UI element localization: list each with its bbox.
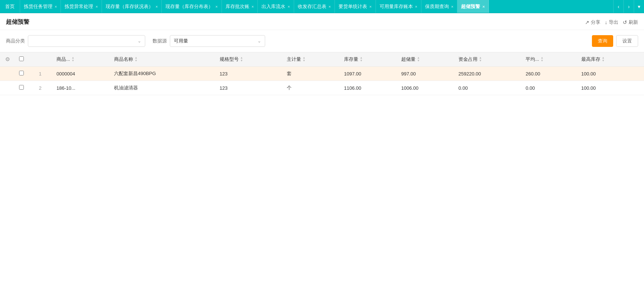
tab-pick-task[interactable]: 拣货任务管理 ×	[20, 0, 61, 13]
col-header-unit[interactable]: 主计量 ▲▼	[282, 52, 340, 67]
top-nav: 首页 拣货任务管理 × 拣货异常处理 × 现存量（库存状况表） × 现存量（库存…	[0, 0, 644, 13]
sort-icon-avg: ▲▼	[541, 56, 544, 62]
query-button[interactable]: 查询	[592, 35, 613, 47]
datasource-select-value: 可用量	[174, 38, 188, 44]
sort-icon-unit: ▲▼	[303, 56, 305, 62]
row-unit: 个	[282, 81, 340, 95]
col-header-capital[interactable]: 资金占用 ▲▼	[454, 52, 521, 67]
datasource-select[interactable]: 可用量 ⌄	[170, 35, 265, 47]
nav-arrow-right[interactable]: ›	[623, 0, 634, 13]
row-checkbox-cell[interactable]	[15, 67, 28, 81]
col-gear: ⚙	[0, 52, 15, 67]
category-select-arrow: ⌄	[138, 38, 141, 44]
tab-close-pick-exception[interactable]: ×	[95, 4, 98, 9]
tab-close-receive-summary[interactable]: ×	[329, 4, 331, 9]
export-icon: ↓	[605, 19, 607, 25]
row-capital: 0.00	[454, 81, 521, 95]
tab-close-inout-flow[interactable]: ×	[288, 4, 290, 9]
page-content: 超储预警 ↗ 分享 ↓ 导出 ↺ 刷新 商品分类 ⌄ 数据源	[0, 13, 644, 293]
sort-icon-code: ▲▼	[72, 56, 74, 62]
row-index: 2	[28, 81, 52, 95]
col-header-spec[interactable]: 规格型号 ▲▼	[215, 52, 282, 67]
nav-arrow-more[interactable]: ▾	[634, 0, 644, 13]
gear-icon[interactable]: ⚙	[5, 56, 10, 62]
sort-icon-stock: ▲▼	[360, 56, 363, 62]
tab-close-order-stats[interactable]: ×	[369, 4, 372, 9]
tab-available-account[interactable]: 可用量库存账本 ×	[376, 0, 421, 13]
share-icon: ↗	[585, 19, 589, 25]
col-header-avg[interactable]: 平均... ▲▼	[521, 52, 577, 67]
tab-order-stats[interactable]: 要货单统计表 ×	[335, 0, 376, 13]
sort-icon-over: ▲▼	[417, 56, 420, 62]
col-checkbox-header	[15, 52, 28, 67]
row-index: 1	[28, 67, 52, 81]
category-select[interactable]: ⌄	[28, 35, 145, 47]
row-max: 100.00	[577, 81, 644, 95]
filter-buttons: 查询 设置	[592, 35, 638, 47]
row-over: 997.00	[397, 67, 454, 81]
table-header: ⚙ 商品... ▲▼ 商品名称	[0, 52, 644, 67]
row-unit: 套	[282, 67, 340, 81]
datasource-label: 数据源	[153, 38, 167, 44]
settings-button[interactable]: 设置	[616, 35, 638, 47]
refresh-icon: ↺	[623, 19, 627, 25]
tab-close-available-account[interactable]: ×	[415, 4, 417, 9]
row-stock: 1097.00	[340, 67, 397, 81]
sort-icon-max: ▲▼	[602, 56, 605, 62]
row-code: 186-10...	[52, 81, 110, 95]
row-gear	[0, 81, 15, 95]
datasource-select-arrow: ⌄	[257, 38, 261, 44]
row-over: 1006.00	[397, 81, 454, 95]
tab-overstock-warning[interactable]: 超储预警 ×	[457, 0, 489, 13]
row-avg: 0.00	[521, 81, 577, 95]
page-title: 超储预警	[6, 18, 29, 26]
tab-close-inventory-dist[interactable]: ×	[215, 4, 217, 9]
nav-arrow-left[interactable]: ‹	[613, 0, 623, 13]
table-body: 1 0000004 六配套新昌490BPG 123 套 1097.00 997.…	[0, 67, 644, 95]
row-max: 100.00	[577, 67, 644, 81]
share-button[interactable]: ↗ 分享	[585, 19, 600, 26]
tab-inventory-dist[interactable]: 现存量（库存分布表） ×	[162, 0, 222, 13]
row-checkbox[interactable]	[19, 71, 24, 75]
tab-inventory-status[interactable]: 现存量（库存状况表） ×	[102, 0, 162, 13]
category-label: 商品分类	[6, 38, 25, 44]
tab-pick-exception[interactable]: 拣货异常处理 ×	[61, 0, 102, 13]
tab-close-overstock-warning[interactable]: ×	[482, 4, 484, 9]
col-header-stock[interactable]: 库存量 ▲▼	[340, 52, 397, 67]
tab-inout-flow[interactable]: 出入库流水 ×	[258, 0, 294, 13]
row-checkbox-cell[interactable]	[15, 81, 28, 95]
refresh-button[interactable]: ↺ 刷新	[623, 19, 638, 26]
tab-expiry-query[interactable]: 保质期查询 ×	[421, 0, 457, 13]
tab-batch-account[interactable]: 库存批次账 ×	[222, 0, 258, 13]
sort-icon-capital: ▲▼	[479, 56, 482, 62]
nav-arrows: ‹ › ▾	[613, 0, 644, 13]
col-header-name[interactable]: 商品名称 ▲▼	[110, 52, 215, 67]
table-row[interactable]: 2 186-10... 机油滤清器 123 个 1106.00 1006.00 …	[0, 81, 644, 95]
sort-icon-name: ▲▼	[135, 56, 138, 62]
row-gear	[0, 67, 15, 81]
page-header: 超储预警 ↗ 分享 ↓ 导出 ↺ 刷新	[0, 13, 644, 30]
table-row[interactable]: 1 0000004 六配套新昌490BPG 123 套 1097.00 997.…	[0, 67, 644, 81]
select-all-checkbox[interactable]	[19, 56, 24, 61]
col-header-over[interactable]: 超储量 ▲▼	[397, 52, 454, 67]
col-header-code[interactable]: 商品... ▲▼	[52, 52, 110, 67]
tab-close-batch-account[interactable]: ×	[252, 4, 254, 9]
table-container: ⚙ 商品... ▲▼ 商品名称	[0, 52, 644, 95]
tab-close-expiry-query[interactable]: ×	[451, 4, 453, 9]
row-capital: 259220.00	[454, 67, 521, 81]
row-checkbox[interactable]	[19, 85, 24, 90]
tab-receive-summary[interactable]: 收发存汇总表 ×	[294, 0, 335, 13]
filter-area: 商品分类 ⌄ 数据源 可用量 ⌄ 查询 设置	[0, 30, 644, 52]
row-name: 机油滤清器	[110, 81, 215, 95]
row-stock: 1106.00	[340, 81, 397, 95]
col-header-max[interactable]: 最高库存 ▲▼	[577, 52, 644, 67]
nav-home[interactable]: 首页	[0, 0, 20, 13]
col-header-index	[28, 52, 52, 67]
filter-group-datasource: 数据源 可用量 ⌄	[153, 35, 265, 47]
row-avg: 260.00	[521, 67, 577, 81]
tab-close-pick-task[interactable]: ×	[55, 4, 57, 9]
export-button[interactable]: ↓ 导出	[605, 19, 618, 26]
filter-group-category: 商品分类 ⌄	[6, 35, 145, 47]
row-code: 0000004	[52, 67, 110, 81]
tab-close-inventory-status[interactable]: ×	[155, 4, 158, 9]
